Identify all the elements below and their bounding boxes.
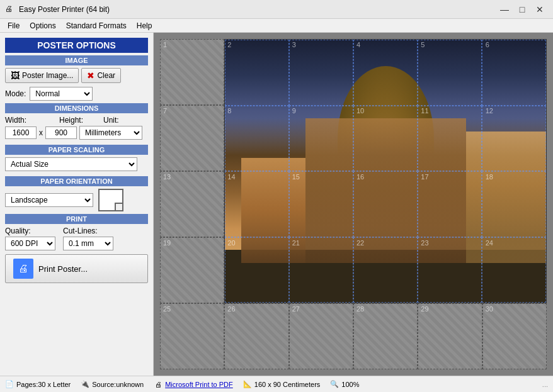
width-label: Width: — [5, 116, 37, 125]
cell-number-29: 29 — [421, 305, 428, 313]
cell-number-23: 23 — [421, 239, 428, 247]
photo-grid-lines — [225, 40, 546, 303]
image-buttons: 🖼 Poster Image... ✖ Clear — [5, 68, 148, 83]
clear-button[interactable]: ✖ Clear — [81, 68, 121, 83]
mode-select[interactable]: Normal Tiled Stretch — [30, 87, 93, 101]
quality-select[interactable]: 300 DPI 600 DPI 1200 DPI — [5, 237, 55, 250]
cutlines-select[interactable]: None 0.1 mm 0.5 mm 1 mm — [63, 237, 113, 250]
cell-number-9: 9 — [292, 107, 296, 115]
cell-number-16: 16 — [356, 173, 364, 181]
paper-orientation-section-header: PAPER ORIENTATION — [5, 176, 148, 186]
dimensions-section-header: DIMENSIONS — [5, 103, 148, 113]
photo-overlay — [224, 39, 547, 303]
pages-icon: 📄 — [5, 380, 14, 389]
print-section: Quality: 300 DPI 600 DPI 1200 DPI Cut-Li… — [5, 227, 148, 283]
grid-cell-29: 29 — [418, 303, 482, 369]
cell-number-4: 4 — [356, 41, 360, 48]
quality-label: Quality: — [5, 227, 55, 235]
close-button[interactable]: ✕ — [532, 3, 548, 16]
status-dots: ... — [542, 381, 548, 388]
print-icon: 🖨 — [13, 259, 33, 279]
print-section-header: PRINT — [5, 214, 148, 224]
menu-file[interactable]: File — [3, 20, 25, 31]
cell-number-15: 15 — [292, 173, 300, 181]
status-printer[interactable]: 🖨 Microsoft Print to PDF — [154, 380, 233, 389]
cell-number-26: 26 — [227, 305, 235, 313]
cell-number-27: 27 — [292, 305, 300, 313]
grid-cell-19: 19 — [160, 237, 224, 303]
dimensions-row: x Millimeters Centimeters Inches — [5, 126, 148, 140]
unit-select[interactable]: Millimeters Centimeters Inches — [79, 126, 142, 140]
width-input[interactable] — [5, 126, 37, 139]
menu-help[interactable]: Help — [132, 20, 157, 31]
cell-number-20: 20 — [227, 239, 235, 247]
title-bar-buttons: — □ ✕ — [496, 3, 548, 16]
cell-number-18: 18 — [486, 173, 493, 181]
cell-number-19: 19 — [163, 239, 171, 247]
image-section-header: IMAGE — [5, 55, 148, 65]
title-bar-text: Easy Poster Printer (64 bit) — [19, 5, 496, 14]
quality-cutlines-row: Quality: 300 DPI 600 DPI 1200 DPI Cut-Li… — [5, 227, 148, 250]
status-pages: 📄 Pages:30 x Letter — [5, 380, 71, 389]
mode-row: Mode: Normal Tiled Stretch — [5, 87, 148, 101]
cell-number-10: 10 — [356, 107, 364, 115]
photo-grid-cell-4 — [482, 40, 546, 106]
main-container: POSTER OPTIONS IMAGE 🖼 Poster Image... ✖… — [0, 33, 553, 376]
menu-bar: File Options Standard Formats Help — [0, 19, 553, 33]
photo-grid-cell-17 — [353, 237, 418, 303]
grid-cell-27: 27 — [289, 303, 353, 369]
photo-grid-cell-5 — [225, 106, 289, 172]
cell-number-30: 30 — [486, 305, 493, 313]
paper-scaling-select[interactable]: Actual Size Fit to Page Custom — [5, 157, 137, 171]
dim-x-separator: x — [39, 128, 43, 137]
grid-cell-30: 30 — [482, 303, 547, 369]
photo-grid-cell-8 — [418, 106, 482, 172]
poster-options-title: POSTER OPTIONS — [5, 38, 148, 53]
cutlines-label: Cut-Lines: — [63, 227, 113, 235]
photo-grid-cell-13 — [418, 171, 482, 237]
grid-cell-13: 13 — [160, 171, 224, 237]
cell-number-8: 8 — [227, 107, 231, 115]
app-icon: 🖨 — [5, 4, 15, 14]
orientation-select[interactable]: Landscape Portrait — [5, 193, 93, 207]
cell-number-22: 22 — [356, 239, 364, 247]
photo-inner — [225, 40, 546, 303]
minimize-button[interactable]: — — [496, 3, 513, 16]
paper-scaling-section-header: PAPER SCALING — [5, 145, 148, 155]
printer-icon: 🖨 — [154, 380, 162, 389]
menu-options[interactable]: Options — [25, 20, 60, 31]
cell-number-1: 1 — [163, 41, 167, 48]
photo-grid-cell-10 — [225, 171, 289, 237]
cell-number-25: 25 — [163, 305, 171, 313]
status-dimensions: 📐 160 x 90 Centimeters — [243, 380, 321, 389]
print-poster-button[interactable]: 🖨 Print Poster... — [5, 254, 148, 283]
photo-grid-cell-18 — [418, 237, 482, 303]
status-bar: 📄 Pages:30 x Letter 🔌 Source:unknown 🖨 M… — [0, 376, 553, 392]
cell-number-28: 28 — [356, 305, 364, 313]
photo-grid-cell-3 — [418, 40, 482, 106]
cell-number-11: 11 — [421, 107, 428, 115]
height-input[interactable] — [45, 126, 77, 139]
preview-area: 1234567891011121314151617181920212223242… — [154, 33, 553, 376]
photo-grid-cell-15 — [225, 237, 289, 303]
status-zoom: 🔍 100% — [330, 380, 359, 389]
photo-grid-cell-6 — [289, 106, 353, 172]
height-label: Height: — [59, 116, 91, 125]
left-panel: POSTER OPTIONS IMAGE 🖼 Poster Image... ✖… — [0, 33, 154, 376]
paper-preview — [98, 189, 123, 211]
cell-number-5: 5 — [421, 41, 425, 48]
dimensions-icon: 📐 — [243, 380, 252, 389]
grid-cell-7: 7 — [160, 105, 224, 171]
dimensions-group: Width: Height: Unit: x Millimeters Centi… — [5, 116, 148, 142]
photo-grid-cell-0 — [225, 40, 289, 106]
poster-image-button[interactable]: 🖼 Poster Image... — [5, 68, 79, 83]
title-bar: 🖨 Easy Poster Printer (64 bit) — □ ✕ — [0, 0, 553, 19]
maximize-button[interactable]: □ — [514, 3, 530, 16]
image-icon: 🖼 — [11, 70, 20, 81]
photo-grid-cell-9 — [482, 106, 546, 172]
cell-number-14: 14 — [227, 173, 235, 181]
menu-standard-formats[interactable]: Standard Formats — [61, 20, 132, 31]
cell-number-24: 24 — [486, 239, 493, 247]
source-icon: 🔌 — [81, 380, 89, 389]
photo-grid-cell-2 — [353, 40, 418, 106]
